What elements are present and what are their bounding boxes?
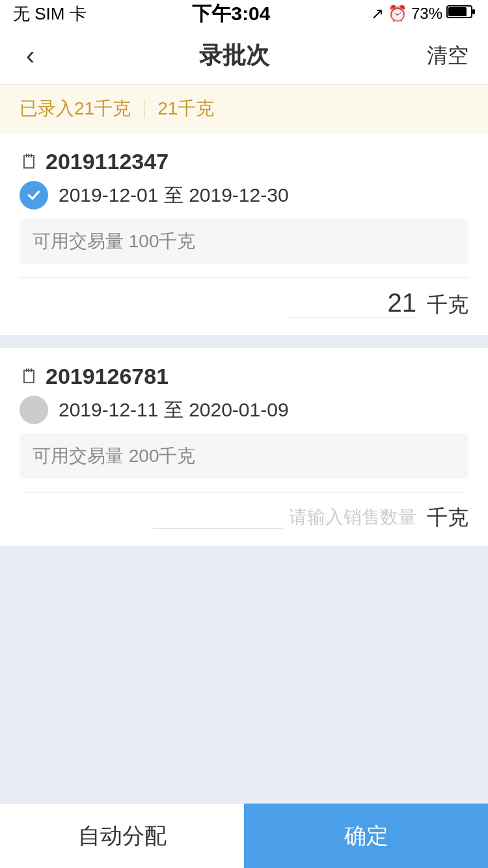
input-divider-2 [153,528,283,529]
bottom-bar: 自动分配 确定 [0,803,488,868]
page-title: 录批次 [199,40,269,72]
summary-divider [144,100,144,118]
alarm-icon: ⏰ [388,5,407,23]
batch-date-2: 2019-12-11 至 2020-01-09 [59,397,289,424]
summary-bar: 已录入21千克 21千克 [0,85,488,133]
batch-id-1: 2019112347 [46,149,169,174]
batch-date-row-1: 2019-12-01 至 2019-12-30 [20,181,468,210]
batch-doc-icon-2: 🗒 [20,366,39,388]
batch-availability-2: 可用交易量 200千克 [20,433,468,479]
batch-input-row-1: 21 千克 [20,277,468,335]
battery-icon [446,5,475,23]
svg-rect-2 [472,9,475,14]
status-bar: 无 SIM 卡 下午3:04 ↗ ⏰ 73% [0,0,488,27]
batch-date-row-2: 2019-12-11 至 2020-01-09 [20,396,468,424]
batch-input-field-2[interactable] [140,503,416,528]
batch-item-2: 🗒 2019126781 2019-12-11 至 2020-01-09 可用交… [0,348,488,546]
clear-button[interactable]: 清空 [427,42,468,70]
battery-text: 73% [411,5,442,23]
batch-header-2: 🗒 2019126781 [20,364,468,389]
batch-unit-1: 千克 [427,291,468,319]
batch-checkbox-2[interactable] [20,396,48,424]
status-right: ↗ ⏰ 73% [371,5,475,23]
batch-date-1: 2019-12-01 至 2019-12-30 [59,182,289,209]
batch-id-2: 2019126781 [46,364,169,389]
nav-bar: ‹ 录批次 清空 [0,27,488,85]
batch-item-1: 🗒 2019112347 2019-12-01 至 2019-12-30 可用交… [0,133,488,335]
summary-value: 21千克 [157,96,214,121]
section-separator [0,335,488,348]
auto-distribute-button[interactable]: 自动分配 [0,804,244,868]
summary-label: 已录入21千克 [20,96,131,121]
svg-rect-1 [448,7,467,16]
batch-input-row-2: 千克 [20,492,468,546]
batch-input-value-1: 21 [388,288,417,318]
batch-unit-2: 千克 [427,504,468,532]
batch-availability-1: 可用交易量 100千克 [20,219,468,264]
batch-doc-icon-1: 🗒 [20,151,39,173]
status-left: 无 SIM 卡 [13,3,92,25]
no-sim-text: 无 SIM 卡 [13,3,87,25]
batch-checkbox-1[interactable] [20,181,48,210]
input-divider-1 [286,318,416,318]
empty-area [0,546,488,819]
confirm-button[interactable]: 确定 [244,804,488,868]
status-time: 下午3:04 [192,1,270,27]
back-button[interactable]: ‹ [20,34,41,77]
batch-header-1: 🗒 2019112347 [20,149,468,174]
location-icon: ↗ [371,5,384,23]
